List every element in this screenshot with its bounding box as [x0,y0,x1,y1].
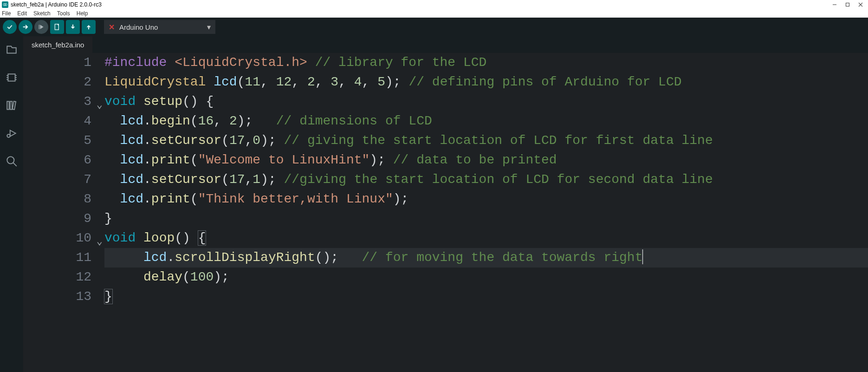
explorer-button[interactable] [5,43,19,57]
verify-button[interactable] [3,20,17,34]
line-number: 9 [23,209,91,228]
new-sketch-button[interactable] [50,20,64,34]
open-sketch-button[interactable] [66,20,80,34]
line-number: 12 [23,268,91,287]
line-number: 8 [23,189,91,209]
activity-bar [0,36,23,372]
chevron-down-icon: ▾ [207,23,211,32]
board-disconnected-icon: ✕ [109,23,115,32]
code-line[interactable]: } [104,287,868,307]
line-number: 4 [23,111,91,131]
app-icon [2,1,8,8]
code-content[interactable]: #include <LiquidCrystal.h> // library fo… [104,53,868,372]
debug-panel-button[interactable] [5,126,19,140]
save-sketch-button[interactable] [82,20,96,34]
fold-chevron-icon[interactable]: ⌄ [97,96,103,115]
menu-edit[interactable]: Edit [17,10,27,17]
code-line[interactable]: lcd.setCursor(17,0); // giving the start… [104,131,868,150]
code-line[interactable]: } [104,209,868,228]
line-number: 6 [23,150,91,170]
window-titlebar: sketch_feb2a | Arduino IDE 2.0.0-rc3 [0,0,868,9]
svg-point-1 [5,4,7,6]
workspace: sketch_feb2a.ino 123⌄45678910⌄111213 #in… [0,36,868,372]
line-number: 2 [23,72,91,92]
upload-button[interactable] [19,20,32,34]
debug-button[interactable] [34,20,48,34]
boards-manager-button[interactable] [5,71,19,85]
line-number-gutter: 123⌄45678910⌄111213 [23,53,104,372]
code-line[interactable]: LiquidCrystal lcd(11, 12, 2, 3, 4, 5); /… [104,72,868,92]
line-number: 7 [23,170,91,189]
window-title: sketch_feb2a | Arduino IDE 2.0.0-rc3 [11,1,102,8]
tab-bar: sketch_feb2a.ino [23,36,868,53]
board-name-label: Arduino Uno [119,23,207,31]
library-manager-button[interactable] [5,98,19,112]
board-selector-dropdown[interactable]: ✕ Arduino Uno ▾ [104,20,215,34]
svg-rect-17 [10,101,12,109]
line-number: 5 [23,131,91,150]
svg-line-22 [13,163,17,166]
menu-file[interactable]: File [2,10,11,17]
code-line[interactable]: lcd.print("Welcome to LinuxHint"); // da… [104,150,868,170]
code-line[interactable]: void loop() { [104,228,868,248]
menu-tools[interactable]: Tools [57,10,70,17]
svg-point-21 [7,157,14,163]
tab-active-file[interactable]: sketch_feb2a.ino [23,36,92,53]
tab-label: sketch_feb2a.ino [32,41,84,49]
code-line[interactable]: lcd.begin(16, 2); // dimensions of LCD [104,111,868,131]
code-line[interactable]: lcd.print("Think better,with Linux"); [104,189,868,209]
svg-marker-6 [40,25,43,29]
fold-chevron-icon[interactable]: ⌄ [97,232,103,252]
svg-rect-18 [13,101,16,110]
search-button[interactable] [5,154,19,168]
minimize-button[interactable] [829,1,840,8]
svg-rect-9 [8,74,15,81]
menu-bar: File Edit Sketch Tools Help [0,9,868,18]
line-number: 13 [23,287,91,307]
line-number: 11 [23,248,91,268]
editor-area: sketch_feb2a.ino 123⌄45678910⌄111213 #in… [23,36,868,372]
svg-rect-7 [39,25,39,29]
line-number: 10⌄ [23,228,91,248]
svg-point-20 [7,134,10,137]
code-editor[interactable]: 123⌄45678910⌄111213 #include <LiquidCrys… [23,53,868,372]
code-line[interactable]: delay(100); [104,268,868,287]
maximize-button[interactable] [842,1,853,8]
code-line[interactable]: lcd.setCursor(17,1); //giving the start … [104,170,868,189]
menu-help[interactable]: Help [77,10,88,17]
toolbar: ✕ Arduino Uno ▾ [0,18,868,36]
line-number: 3⌄ [23,92,91,111]
svg-rect-3 [846,3,849,7]
line-number: 1 [23,53,91,72]
svg-rect-16 [7,101,9,109]
code-line[interactable]: #include <LiquidCrystal.h> // library fo… [104,53,868,72]
code-line[interactable]: void setup() { [104,92,868,111]
close-button[interactable] [855,1,866,8]
svg-marker-19 [10,131,16,137]
menu-sketch[interactable]: Sketch [33,10,51,17]
